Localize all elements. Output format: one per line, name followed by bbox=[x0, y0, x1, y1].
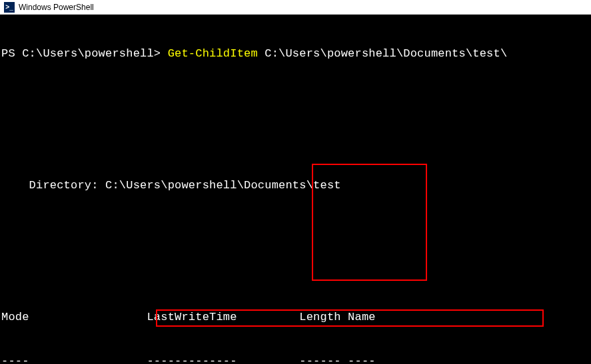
titlebar: >_ Windows PowerShell bbox=[0, 0, 591, 15]
prompt: PS C:\Users\powershell> bbox=[1, 47, 168, 60]
highlight-box-remove-command bbox=[156, 309, 544, 327]
powershell-icon: >_ bbox=[4, 2, 15, 13]
command-line-1: PS C:\Users\powershell> Get-ChildItem C:… bbox=[1, 47, 590, 61]
table-header-sep: ---- ------------- ------ ---- bbox=[1, 354, 590, 364]
blank-line bbox=[1, 222, 590, 237]
path-argument: C:\Users\powershell\Documents\test\ bbox=[265, 47, 507, 60]
blank-line bbox=[1, 134, 590, 149]
highlight-box-files bbox=[312, 164, 427, 281]
cmdlet-get-childitem: Get-ChildItem bbox=[168, 47, 265, 60]
window-title: Windows PowerShell bbox=[19, 0, 94, 15]
directory-header: Directory: C:\Users\powershell\Documents… bbox=[1, 178, 590, 193]
blank-line bbox=[1, 91, 590, 105]
blank-line bbox=[1, 266, 590, 281]
